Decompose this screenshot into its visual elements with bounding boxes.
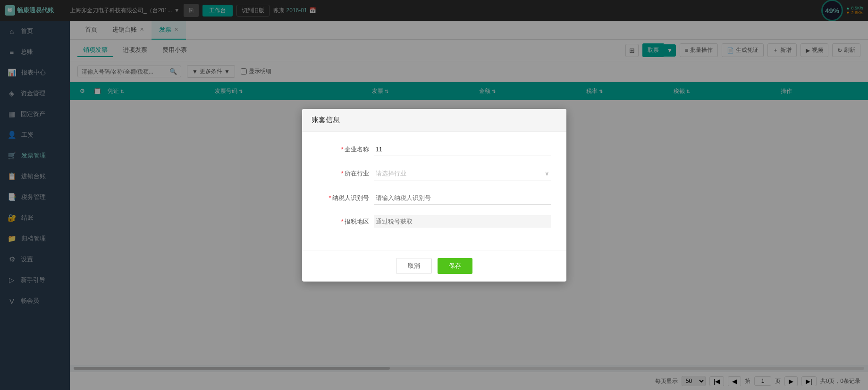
modal-title: 账套信息	[312, 116, 340, 124]
modal-footer: 取消 保存	[302, 250, 566, 282]
account-info-modal: 账套信息 *企业名称 *所在行业 请选择行业 ∨	[302, 109, 566, 282]
tax-region-field	[374, 215, 551, 228]
tax-id-input[interactable]	[374, 191, 551, 205]
company-name-input[interactable]	[374, 143, 551, 156]
industry-field: 请选择行业 ∨	[374, 166, 551, 181]
tax-region-label: *报税地区	[317, 217, 374, 226]
required-star: *	[341, 146, 343, 153]
form-row-industry: *所在行业 请选择行业 ∨	[317, 166, 551, 181]
form-row-company-name: *企业名称	[317, 143, 551, 156]
tax-region-input	[374, 215, 551, 228]
form-row-tax-id: *纳税人识别号	[317, 191, 551, 205]
cancel-button[interactable]: 取消	[396, 258, 432, 274]
industry-placeholder: 请选择行业	[376, 169, 406, 178]
save-button[interactable]: 保存	[438, 258, 472, 274]
tax-id-label: *纳税人识别号	[317, 194, 374, 202]
modal-header: 账套信息	[302, 109, 566, 132]
industry-dropdown-icon: ∨	[545, 170, 549, 177]
form-row-tax-region: *报税地区	[317, 215, 551, 228]
modal-overlay[interactable]: 账套信息 *企业名称 *所在行业 请选择行业 ∨	[0, 0, 868, 390]
required-star: *	[341, 170, 343, 177]
company-name-label: *企业名称	[317, 145, 374, 154]
tax-id-field	[374, 191, 551, 205]
company-name-field	[374, 143, 551, 156]
industry-label: *所在行业	[317, 169, 374, 178]
required-star: *	[341, 218, 343, 225]
industry-select[interactable]: 请选择行业 ∨	[374, 166, 551, 181]
required-star: *	[329, 194, 331, 201]
modal-body: *企业名称 *所在行业 请选择行业 ∨	[302, 132, 566, 250]
